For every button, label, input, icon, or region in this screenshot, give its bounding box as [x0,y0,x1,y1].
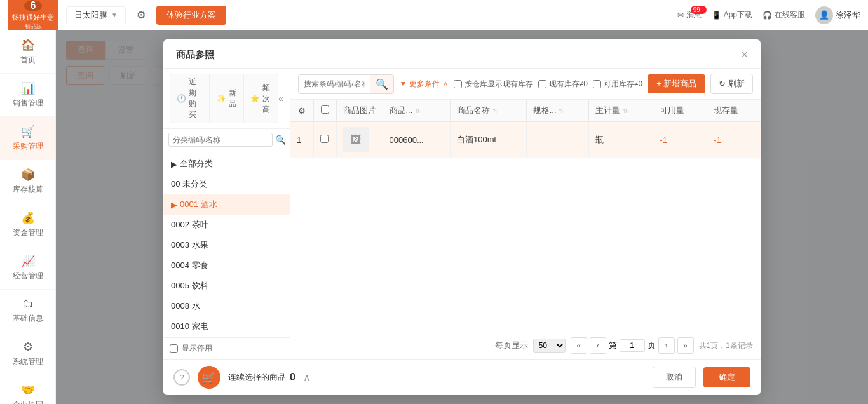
collapse-panel-button[interactable]: « [278,93,283,104]
row-checkbox[interactable] [320,135,329,143]
star-icon: ⭐ [250,94,260,103]
category-item-fruit[interactable]: 0003 水果 [163,235,290,255]
category-item-drink[interactable]: 0005 饮料 [163,276,290,296]
sidebar-item-home[interactable]: 🏠 首页 [0,30,55,74]
category-label: 0010 家电 [171,321,208,332]
add-product-button[interactable]: + 新增商品 [648,74,705,93]
modal-body: 🕐 近期购买 ✨ 新品 ⭐ 频次高 [163,69,761,359]
arrow-icon: ▶ [171,200,177,210]
tab-new-product[interactable]: ✨ 新品 [210,74,243,123]
sidebar-item-label: 基础信息 [13,313,43,324]
message-button[interactable]: ✉ 消息 99+ [677,10,702,20]
page-prev-button[interactable]: ‹ [590,337,606,354]
th-label: 主计量 [595,105,620,115]
cancel-button[interactable]: 取消 [653,367,696,388]
refresh-button[interactable]: ↻ 刷新 [710,74,753,94]
th-unit[interactable]: 主计量 ⇅ [588,100,653,122]
td-name: 白酒100ml [450,122,526,158]
sidebar-item-sales[interactable]: 📊 销售管理 [0,74,55,117]
category-item-tea[interactable]: 0002 茶叶 [163,215,290,235]
table-header-row: ⚙ 商品图片 商品... ⇅ [290,100,761,122]
footer-collapse-icon[interactable]: ∧ [303,372,311,384]
enterprise-icon: 🤝 [21,383,35,397]
th-available[interactable]: 可用量 [653,100,707,122]
sidebar-item-inventory[interactable]: 📦 库存核算 [0,160,55,203]
show-disabled-checkbox[interactable] [170,344,178,353]
th-settings[interactable]: ⚙ [290,100,313,122]
navbar-sub: 精品版 [25,22,42,30]
filter-button[interactable]: ▼ 更多条件 ∧ [399,79,448,90]
page-label-text: 第 [609,340,617,351]
th-spec[interactable]: 规格... ⇅ [526,100,588,122]
category-label: 0008 水 [171,300,200,312]
select-all-checkbox[interactable] [321,105,329,114]
left-panel-tabs: 🕐 近期购买 ✨ 新品 ⭐ 频次高 [170,74,278,123]
service-button[interactable]: 🎧 在线客服 [763,10,805,20]
cart-button[interactable]: 🛒 [198,366,220,389]
avatar: 👤 [815,6,833,24]
th-product-code[interactable]: 商品... ⇅ [383,100,450,122]
category-item-snack[interactable]: 0004 零食 [163,255,290,276]
logo-icon: 6 [24,0,42,11]
sidebar-item-purchase[interactable]: 🛒 采购管理 [0,117,55,160]
category-search-input[interactable] [168,133,273,147]
navbar-dropdown[interactable]: 日太阳膜 ▼ [66,6,126,24]
category-search-icon[interactable]: 🔍 [275,135,286,145]
operations-icon: 📈 [21,254,35,268]
confirm-button[interactable]: 确定 [703,367,750,387]
checkbox-nonzero-stock[interactable]: 现有库存≠0 [538,79,588,90]
td-code: 000600... [383,122,450,158]
category-item-water[interactable]: 0008 水 [163,296,290,316]
app-label: App下载 [724,10,752,20]
available-stock-checkbox[interactable] [593,80,601,88]
page-next-button[interactable]: › [658,337,675,354]
sidebar-item-system[interactable]: ⚙ 系统管理 [0,332,55,375]
checkbox-label: 现有库存≠0 [549,79,588,90]
sidebar-item-basic-info[interactable]: 🗂 基础信息 [0,290,55,332]
per-page-label: 每页显示 [495,340,528,351]
product-search-input[interactable] [299,76,370,91]
sidebar-item-label: 企业协同 [13,400,43,404]
right-panel: 🔍 ▼ 更多条件 ∧ 按仓库显示现有库存 [290,69,761,359]
sidebar-item-finance[interactable]: 💰 资金管理 [0,203,55,246]
td-checkbox[interactable] [313,122,336,158]
td-unit: 瓶 [588,122,653,158]
tab-label: 新品 [229,88,236,109]
pagination-row: 每页显示 50 100 200 « ‹ 第 页 [290,332,761,359]
tab-recent-purchase[interactable]: 🕐 近期购买 [170,74,210,123]
gear-icon[interactable]: ⚙ [131,5,151,25]
category-item-liquor[interactable]: ▶ 0001 酒水 [163,194,290,215]
warehouse-stock-checkbox[interactable] [454,80,462,88]
table-row[interactable]: 1 🖼 000600... 白酒100ml 瓶 [290,122,761,158]
modal-overlay: 商品参照 × 🕐 近期购买 [56,30,868,404]
nonzero-stock-checkbox[interactable] [538,80,546,88]
tab-frequent[interactable]: ⭐ 频次高 [243,74,278,123]
checkbox-warehouse-stock[interactable]: 按仓库显示现有库存 [454,79,533,90]
page-number-input[interactable] [620,339,645,352]
filter-label: 更多条件 ∧ [409,79,448,90]
checkbox-available-stock[interactable]: 可用库存≠0 [593,79,642,90]
category-item-appliance[interactable]: 0010 家电 [163,316,290,337]
page-first-button[interactable]: « [571,337,587,354]
navbar-brand: 畅捷通好生意 [12,13,54,22]
category-item-uncategorized[interactable]: 00 未分类 [163,174,290,194]
trial-button[interactable]: 体验行业方案 [156,6,226,25]
app-download-button[interactable]: 📱 App下载 [712,10,752,20]
th-product-name[interactable]: 商品名称 ⇅ [450,100,526,122]
sidebar-item-enterprise[interactable]: 🤝 企业协同 [0,375,55,404]
left-panel: 🕐 近期购买 ✨ 新品 ⭐ 频次高 [163,69,290,359]
modal-header: 商品参照 × [163,39,761,69]
help-icon[interactable]: ? [173,369,190,386]
chevron-down-icon: ▼ [111,11,118,18]
page-last-button[interactable]: » [677,337,694,354]
product-search-icon[interactable]: 🔍 [370,75,393,93]
recent-icon: 🕐 [177,94,186,103]
per-page-select[interactable]: 50 100 200 [533,339,566,353]
user-menu[interactable]: 👤 徐泽华 [815,6,860,24]
product-reference-modal: 商品参照 × 🕐 近期购买 [163,39,761,395]
modal-close-button[interactable]: × [741,48,748,62]
category-item-all[interactable]: ▶ 全部分类 [163,154,290,174]
sidebar-item-operations[interactable]: 📈 经营管理 [0,246,55,290]
td-row-num: 1 [290,122,313,158]
sales-icon: 📊 [21,81,35,95]
